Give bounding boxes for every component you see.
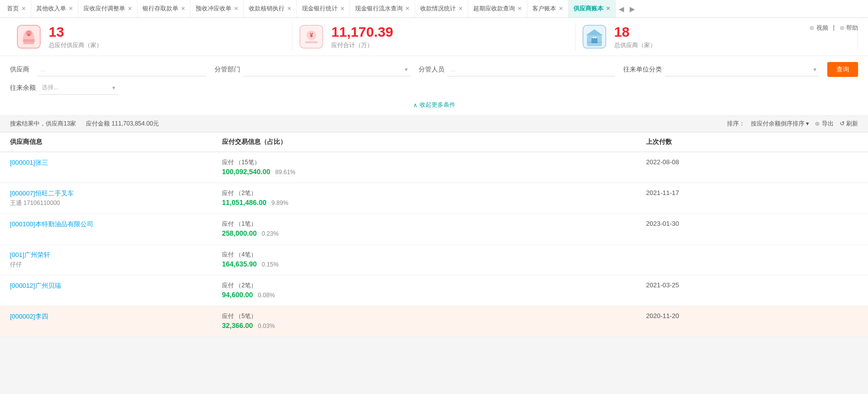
payment-amount: 164,635.90 bbox=[222, 260, 257, 268]
payable-suppliers-icon: ¥ bbox=[15, 23, 43, 51]
amount-text: 应付金额 111,703,854.00元 bbox=[86, 120, 159, 128]
balance-label: 往来余额 bbox=[10, 83, 36, 92]
close-icon[interactable]: ✕ bbox=[606, 5, 610, 12]
help-video-link[interactable]: ⊙ 视频 bbox=[809, 24, 828, 32]
supplier-info: [000012]广州贝瑞 bbox=[10, 281, 222, 291]
help-link[interactable]: ⊙ 帮助 bbox=[840, 24, 858, 32]
sort-label: 排序： bbox=[727, 120, 745, 128]
nav-tab-supplier-ledger[interactable]: 供应商账本 ✕ bbox=[569, 0, 616, 18]
stats-bar: ¥ 13 总应付供应商（家） ¥ 11,170.39 应付合计（万） bbox=[0, 18, 868, 56]
dept-select[interactable]: ▾ bbox=[243, 63, 411, 76]
search-button[interactable]: 查询 bbox=[827, 62, 858, 77]
payment-info: 应付 （15笔） 100,092,540.00 89.61% bbox=[222, 158, 646, 177]
stats-help: ⊙ 视频 | ⊙ 帮助 bbox=[809, 24, 858, 32]
export-button[interactable]: ⊙ 导出 bbox=[815, 120, 833, 128]
nav-tab-cash-flow[interactable]: 现金银行流水查询 ✕ bbox=[350, 0, 415, 18]
total-suppliers-icon bbox=[580, 23, 608, 51]
total-suppliers-label: 总供应商（家） bbox=[614, 41, 656, 50]
last-payment: 2021-03-25 bbox=[646, 281, 858, 289]
stat-block-payable-total: ¥ 11,170.39 应付合计（万） bbox=[292, 23, 575, 51]
supplier-link[interactable]: [000002]李四 bbox=[10, 313, 48, 320]
question-icon: ⊙ bbox=[840, 24, 845, 31]
nav-tab-collection[interactable]: 收款核销执行 ✕ bbox=[244, 0, 297, 18]
payment-amount: 11,051,486.00 bbox=[222, 198, 267, 206]
last-payment: 2020-11-20 bbox=[646, 312, 858, 320]
close-icon[interactable]: ✕ bbox=[458, 5, 463, 12]
collapse-button[interactable]: ∧ 收起更多条件 bbox=[407, 99, 461, 111]
nav-tab-other-income[interactable]: 其他收入单 ✕ bbox=[31, 0, 78, 18]
supplier-link[interactable]: [000001]张三 bbox=[10, 159, 48, 166]
svg-rect-12 bbox=[595, 37, 596, 38]
payable-total-icon: ¥ bbox=[297, 23, 325, 51]
payable-total-label: 应付合计（万） bbox=[331, 41, 393, 50]
category-label: 往来单位分类 bbox=[623, 65, 662, 74]
nav-tab-cash-stat[interactable]: 现金银行统计 ✕ bbox=[297, 0, 350, 18]
supplier-link[interactable]: [000012]广州贝瑞 bbox=[10, 282, 61, 289]
svg-rect-11 bbox=[593, 37, 594, 38]
payment-percent: 9.89% bbox=[272, 199, 289, 206]
payment-info: 应付 （4笔） 164,635.90 0.15% bbox=[222, 251, 646, 269]
chevron-up-icon: ∧ bbox=[413, 102, 418, 109]
nav-tab-bank[interactable]: 银行存取款单 ✕ bbox=[138, 0, 191, 18]
table-row: [000012]广州贝瑞 应付 （2笔） 94,600.00 0.08% 202… bbox=[0, 275, 868, 306]
close-icon[interactable]: ✕ bbox=[287, 5, 291, 12]
chevron-down-icon: ▾ bbox=[112, 84, 115, 91]
category-select[interactable]: ▾ bbox=[665, 63, 820, 76]
close-icon[interactable]: ✕ bbox=[340, 5, 345, 12]
supplier-info: [000002]李四 bbox=[10, 312, 222, 322]
header-payment: 应付交易信息（占比） bbox=[222, 137, 646, 146]
payment-percent: 0.03% bbox=[258, 323, 275, 329]
nav-tab-collection-stat[interactable]: 收款情况统计 ✕ bbox=[415, 0, 468, 18]
export-icon: ⊙ bbox=[815, 120, 821, 127]
payment-info: 应付 （5笔） 32,366.00 0.03% bbox=[222, 312, 646, 330]
last-payment: 2021-11-17 bbox=[646, 189, 858, 197]
payment-info: 应付 （2笔） 94,600.00 0.08% bbox=[222, 281, 646, 300]
filter-row-1: 供应商 分管部门 ▾ 分管人员 往来单位分类 ▾ 查询 bbox=[10, 62, 858, 77]
nav-tab-home[interactable]: 首页 ✕ bbox=[2, 0, 31, 18]
table-header: 供应商信息 应付交易信息（占比） 上次付数 bbox=[0, 132, 868, 152]
close-icon[interactable]: ✕ bbox=[181, 5, 185, 12]
table-row: [000100]本特勤油品有限公司 应付 （1笔） 258,000.00 0.2… bbox=[0, 214, 868, 245]
supplier-input[interactable] bbox=[38, 63, 207, 76]
total-suppliers-number: 18 bbox=[614, 24, 656, 41]
table-row: [000002]李四 应付 （5笔） 32,366.00 0.03% 2020-… bbox=[0, 306, 868, 337]
nav-tab-adjustment[interactable]: 应收应付调整单 ✕ bbox=[78, 0, 138, 18]
header-last-payment: 上次付数 bbox=[646, 137, 858, 146]
refresh-button[interactable]: ↺ 刷新 bbox=[840, 120, 858, 128]
payable-suppliers-label: 总应付供应商（家） bbox=[49, 41, 102, 50]
svg-rect-7 bbox=[305, 41, 318, 43]
refresh-icon: ↺ bbox=[840, 120, 845, 127]
person-label: 分管人员 bbox=[419, 65, 444, 74]
last-payment: 2023-01-30 bbox=[646, 220, 858, 227]
supplier-link[interactable]: [001]广州荣轩 bbox=[10, 251, 50, 259]
supplier-sub: 仔仔 bbox=[10, 261, 222, 269]
close-icon[interactable]: ✕ bbox=[517, 5, 522, 12]
top-nav: 首页 ✕ 其他收入单 ✕ 应收应付调整单 ✕ 银行存取款单 ✕ 预收冲应收单 ✕… bbox=[0, 0, 868, 18]
close-icon[interactable]: ✕ bbox=[21, 5, 26, 12]
person-input[interactable] bbox=[447, 63, 615, 76]
close-icon[interactable]: ✕ bbox=[405, 5, 410, 12]
supplier-link[interactable]: [000100]本特勤油品有限公司 bbox=[10, 220, 93, 228]
svg-text:¥: ¥ bbox=[28, 33, 30, 37]
filter-dept: 分管部门 ▾ bbox=[215, 63, 411, 76]
close-icon[interactable]: ✕ bbox=[128, 5, 132, 12]
balance-select[interactable]: 选择... ▾ bbox=[39, 81, 118, 95]
nav-tab-customer-ledger[interactable]: 客户账本 ✕ bbox=[527, 0, 569, 18]
supplier-label: 供应商 bbox=[10, 65, 35, 74]
close-icon[interactable]: ✕ bbox=[234, 5, 238, 12]
nav-tab-prepay[interactable]: 预收冲应收单 ✕ bbox=[191, 0, 244, 18]
payment-info: 应付 （1笔） 258,000.00 0.23% bbox=[222, 220, 646, 238]
nav-prev-arrow[interactable]: ◀ bbox=[616, 0, 627, 18]
supplier-link[interactable]: [000007]恒旺二手叉车 bbox=[10, 190, 74, 197]
nav-next-arrow[interactable]: ▶ bbox=[627, 0, 638, 18]
payable-total-number: 11,170.39 bbox=[331, 24, 393, 41]
close-icon[interactable]: ✕ bbox=[69, 5, 73, 12]
supplier-table: 供应商信息 应付交易信息（占比） 上次付数 [000001]张三 应付 （15笔… bbox=[0, 132, 868, 337]
filter-category: 往来单位分类 ▾ bbox=[623, 63, 820, 76]
nav-tab-overdue[interactable]: 超期应收款查询 ✕ bbox=[468, 0, 527, 18]
supplier-info: [000100]本特勤油品有限公司 bbox=[10, 220, 222, 230]
payment-percent: 0.08% bbox=[258, 292, 275, 299]
close-icon[interactable]: ✕ bbox=[559, 5, 563, 12]
supplier-info: [000007]恒旺二手叉车 王通 17106110000 bbox=[10, 189, 222, 207]
sort-value[interactable]: 按应付余额倒序排序 ▾ bbox=[751, 120, 809, 128]
